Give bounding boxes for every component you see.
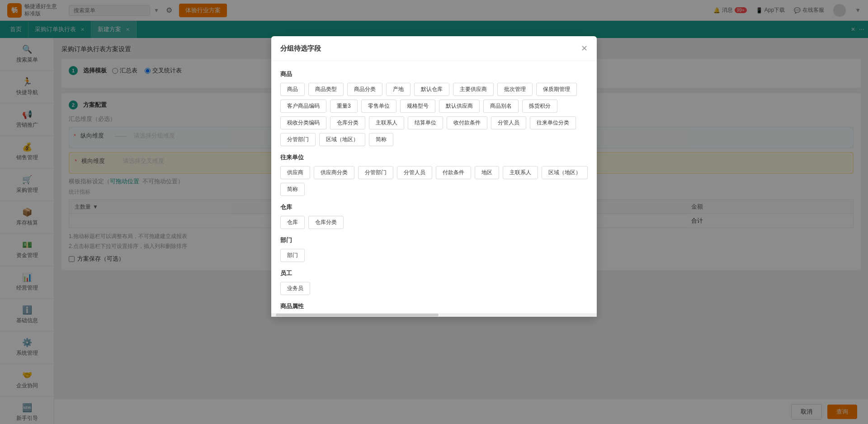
field-tag[interactable]: 客户商品编码 [280,100,326,113]
field-tag[interactable]: 默认仓库 [414,83,449,96]
section-title-warehouse: 仓库 [280,203,588,211]
modal-close-button[interactable]: ✕ [581,43,588,53]
field-tags-warehouse: 仓库 仓库分类 [280,216,588,229]
section-title-product: 商品 [280,70,588,78]
field-tag[interactable]: 分管人员 [397,166,432,179]
field-tag[interactable]: 商品分类 [347,83,382,96]
modal-overlay: 分组待选字段 ✕ 商品 商品 商品类型 商品分类 产地 默认仓库 主要供应商 批… [0,0,868,424]
section-title-staff: 员工 [280,269,588,277]
field-tag[interactable]: 往来单位分类 [530,116,576,129]
field-tag[interactable]: 付款条件 [436,166,471,179]
modal-body: 商品 商品 商品类型 商品分类 产地 默认仓库 主要供应商 批次管理 保质期管理… [271,61,597,313]
field-tag[interactable]: 商品别名 [483,100,519,113]
section-title-dept: 部门 [280,236,588,244]
field-tag[interactable]: 仓库分类 [330,116,365,129]
field-tag[interactable]: 零售单位 [361,100,396,113]
field-tag[interactable]: 拣货积分 [522,100,557,113]
field-tag[interactable]: 供应商 [280,166,310,179]
section-title-partner: 往来单位 [280,153,588,162]
field-tag[interactable]: 仓库分类 [308,216,344,229]
field-tag[interactable]: 批次管理 [497,83,533,96]
field-tag[interactable]: 主联系人 [503,166,538,179]
field-tag[interactable]: 结算单位 [408,116,443,129]
field-tag[interactable]: 业务员 [280,282,310,295]
modal-header: 分组待选字段 ✕ [271,36,597,61]
field-tags-staff: 业务员 [280,282,588,295]
section-title-product-attr: 商品属性 [280,302,588,310]
field-tag[interactable]: 收付款条件 [447,116,487,129]
field-tags-product: 商品 商品类型 商品分类 产地 默认仓库 主要供应商 批次管理 保质期管理 客户… [280,83,588,146]
field-tag[interactable]: 主要供应商 [453,83,494,96]
field-tag[interactable]: 仓库 [280,216,305,229]
field-tag[interactable]: 主联系人 [369,116,404,129]
field-tag[interactable]: 分管人员 [491,116,526,129]
field-tag[interactable]: 供应商分类 [314,166,354,179]
field-tag[interactable]: 保质期管理 [536,83,577,96]
field-tag[interactable]: 区域（地区） [542,166,588,179]
field-tag[interactable]: 税收分类编码 [280,116,326,129]
modal-hscroll-thumb [276,314,439,316]
field-tag[interactable]: 地区 [475,166,499,179]
modal-horizontal-scrollbar[interactable] [271,313,597,317]
modal-title: 分组待选字段 [280,44,321,53]
field-tag[interactable]: 简称 [280,183,305,196]
field-tags-dept: 部门 [280,249,588,262]
field-tag[interactable]: 商品 [280,83,305,96]
field-select-modal: 分组待选字段 ✕ 商品 商品 商品类型 商品分类 产地 默认仓库 主要供应商 批… [271,36,597,317]
field-tag[interactable]: 规格型号 [400,100,435,113]
field-tag[interactable]: 重量3 [330,100,358,113]
field-tag[interactable]: 分管部门 [358,166,393,179]
field-tag[interactable]: 商品类型 [308,83,344,96]
field-tag[interactable]: 区域（地区） [319,133,365,146]
field-tag[interactable]: 产地 [386,83,410,96]
field-tag[interactable]: 默认供应商 [439,100,480,113]
field-tag[interactable]: 部门 [280,249,305,262]
field-tag[interactable]: 简称 [369,133,393,146]
field-tag[interactable]: 分管部门 [280,133,316,146]
field-tags-partner: 供应商 供应商分类 分管部门 分管人员 付款条件 地区 主联系人 区域（地区） … [280,166,588,196]
